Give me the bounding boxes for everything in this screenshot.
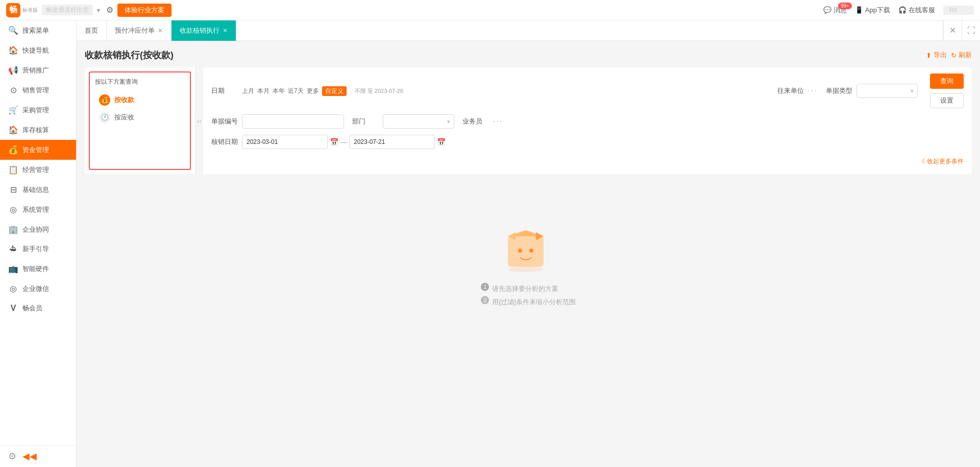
purchase-icon: 🛒: [8, 105, 18, 115]
company-dropdown[interactable]: ▾: [97, 7, 100, 14]
by-receipt-label: 按收款: [114, 95, 134, 105]
shortcut-7days[interactable]: 近7天: [288, 87, 304, 95]
sidebar-item-quick-nav[interactable]: 🏠 快捷导航: [0, 40, 76, 60]
sidebar-item-label: 搜索菜单: [22, 26, 49, 35]
settings-icon[interactable]: ⚙: [106, 5, 113, 15]
svg-point-6: [508, 267, 544, 272]
sidebar-item-search-menu[interactable]: 🔍 搜索菜单: [0, 20, 76, 40]
sidebar-item-wechat[interactable]: ◎ 企业微信: [0, 279, 76, 299]
shortcut-this-month[interactable]: 本月: [257, 87, 270, 95]
collapse-panel-btn[interactable]: ‹‹: [195, 67, 203, 174]
settings-button[interactable]: 设置: [930, 93, 964, 108]
finance-icon: 💰: [8, 145, 18, 155]
by-receivable-icon: 🕐: [99, 112, 110, 123]
wechat-icon: ◎: [8, 284, 18, 293]
sidebar-item-system[interactable]: ◎ 系统管理: [0, 200, 76, 219]
app-icon: 📱: [855, 6, 863, 14]
counterparty-dots[interactable]: ···: [808, 86, 818, 95]
staff-dots[interactable]: ···: [493, 117, 503, 126]
tab-receipt-writeoff-label: 收款核销执行: [180, 26, 219, 35]
sidebar-item-enterprise[interactable]: 🏢 企业协同: [0, 219, 76, 239]
sidebar-collapse-icon[interactable]: ◀◀: [22, 451, 37, 462]
message-btn[interactable]: 💬 消息 99+: [823, 6, 847, 15]
tab-maximize-btn[interactable]: ⛶: [962, 20, 980, 41]
sidebar-item-label: 畅会员: [22, 304, 42, 313]
search-menu-icon: 🔍: [8, 26, 18, 35]
operations-icon: 📋: [8, 165, 18, 175]
tab-close-all-btn[interactable]: ✕: [943, 20, 962, 41]
user-avatar[interactable]: Rit: [943, 6, 974, 15]
sidebar-bottom: ⚙ ◀◀: [0, 445, 76, 467]
sidebar-item-label: 企业微信: [22, 284, 49, 293]
export-button[interactable]: ⬆ 导出: [926, 51, 947, 60]
sidebar-item-member[interactable]: V 畅会员: [0, 299, 76, 318]
sidebar-item-label: 销售管理: [22, 86, 49, 95]
svg-point-5: [529, 249, 533, 253]
sidebar-item-label: 企业协同: [22, 225, 49, 234]
doc-type-select-wrapper: [856, 84, 918, 98]
guide-icon: ⛴: [8, 244, 18, 254]
sidebar-item-label: 采购管理: [22, 106, 49, 115]
search-row-1: 日期 上月 本月 本年 近7天 更多 自定义 不限 至 2023-07-26: [211, 73, 964, 108]
solution-button[interactable]: 体验行业方案: [117, 4, 172, 17]
sidebar-item-marketing[interactable]: 📢 营销推广: [0, 60, 76, 80]
page-header: 收款核销执行(按收款) ⬆ 导出 ↻ 刷新: [85, 49, 972, 61]
empty-illustration: [498, 221, 559, 272]
writeoff-date-label: 核销日期: [211, 137, 238, 146]
shortcut-more[interactable]: 更多: [307, 87, 319, 95]
writeoff-start-cal-icon[interactable]: 📅: [330, 138, 338, 146]
svg-rect-0: [508, 236, 544, 267]
query-button[interactable]: 查询: [930, 73, 964, 89]
message-icon: 💬: [823, 6, 831, 14]
sidebar-item-inventory[interactable]: 🏠 库存核算: [0, 120, 76, 140]
company-name: 畅捷通道好生意: [42, 5, 93, 15]
sidebar-item-label: 智能硬件: [22, 264, 49, 274]
tab-prepayment[interactable]: 预付冲应付单 ✕: [107, 20, 172, 41]
sidebar-item-sales[interactable]: ⊙ 销售管理: [0, 80, 76, 100]
main-area: 首页 预付冲应付单 ✕ 收款核销执行 ✕ ✕ ⛶ 收款核销执行(按收款): [77, 20, 980, 467]
doc-type-select[interactable]: [856, 84, 918, 98]
search-option-by-receivable[interactable]: 🕐 按应收: [95, 109, 185, 126]
tab-receipt-writeoff-close[interactable]: ✕: [223, 27, 228, 34]
writeoff-date-end[interactable]: [349, 135, 435, 149]
search-option-by-receipt[interactable]: 💰 按收款: [95, 91, 185, 109]
dept-select[interactable]: [383, 114, 454, 129]
sidebar-item-finance[interactable]: 💰 资金管理: [0, 140, 76, 160]
sidebar-gear-icon[interactable]: ⚙: [8, 451, 16, 462]
writeoff-end-cal-icon[interactable]: 📅: [437, 138, 446, 146]
shortcut-this-year[interactable]: 本年: [273, 87, 285, 95]
sidebar-item-label: 快捷导航: [22, 46, 49, 55]
counterparty-field: 往来单位 ···: [777, 86, 818, 95]
staff-field: 业务员 ···: [462, 117, 503, 126]
empty-tips: 1 请先选择要分析的方案 2 用[过滤]条件来缩小分析范围: [481, 282, 575, 309]
system-icon: ◎: [8, 205, 18, 214]
app-download-btn[interactable]: 📱 App下载: [855, 6, 890, 15]
doc-number-input[interactable]: [242, 114, 344, 129]
sidebar-item-purchase[interactable]: 🛒 采购管理: [0, 100, 76, 120]
date-label: 日期: [211, 86, 238, 95]
online-service-btn[interactable]: 🎧 在线客服: [898, 6, 935, 15]
page-title: 收款核销执行(按收款): [85, 49, 174, 61]
staff-label: 业务员: [462, 117, 489, 126]
search-right-panel: 日期 上月 本月 本年 近7天 更多 自定义 不限 至 2023-07-26: [203, 67, 972, 174]
tab-home[interactable]: 首页: [77, 20, 107, 41]
refresh-button[interactable]: ↻ 刷新: [951, 51, 972, 60]
shortcut-custom[interactable]: 自定义: [322, 86, 347, 96]
service-icon: 🎧: [898, 6, 906, 14]
sidebar-item-basic-info[interactable]: ⊟ 基础信息: [0, 180, 76, 200]
writeoff-date-start[interactable]: [242, 135, 328, 149]
shortcut-last-month[interactable]: 上月: [242, 87, 254, 95]
more-conditions-btn[interactable]: 《 收起更多条件: [919, 157, 964, 166]
tip-num-1: 1: [481, 283, 489, 291]
tab-receipt-writeoff[interactable]: 收款核销执行 ✕: [172, 20, 236, 41]
inventory-icon: 🏠: [8, 125, 18, 135]
tip-num-2: 2: [481, 296, 489, 304]
sidebar-item-operations[interactable]: 📋 经营管理: [0, 160, 76, 180]
top-bar: 畅 标准版 畅捷通道好生意 ▾ ⚙ 体验行业方案 💬 消息 99+ 📱 App下…: [0, 0, 980, 20]
sidebar-item-hardware[interactable]: 📺 智能硬件: [0, 259, 76, 279]
hardware-icon: 📺: [8, 264, 18, 274]
tip-text-2: 用[过滤]条件来缩小分析范围: [492, 296, 575, 309]
tab-prepayment-close[interactable]: ✕: [158, 27, 163, 34]
sidebar-item-guide[interactable]: ⛴ 新手引导: [0, 239, 76, 259]
sidebar-item-label: 基础信息: [22, 185, 49, 194]
